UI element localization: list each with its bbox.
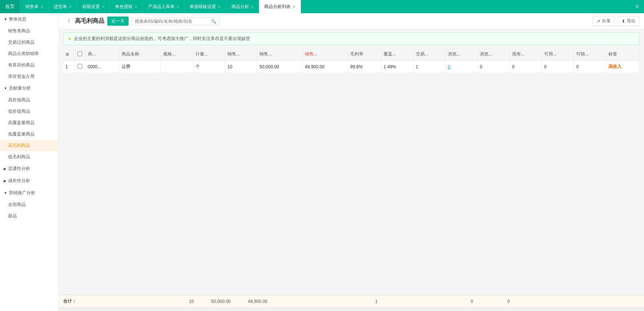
row-checkbox[interactable] (78, 64, 82, 69)
nav-roles[interactable]: 角色授权 × (110, 0, 143, 13)
col-unit: 计量... (193, 48, 225, 61)
footer-trade: 1 (348, 299, 378, 304)
cell-spec (161, 61, 193, 73)
col-checkbox[interactable] (75, 48, 85, 61)
content-header: 《 高毛利商品 近一月 🔍 ↗ 分享 ⬇ 导出 (59, 13, 644, 29)
cell-current: 0 (510, 61, 542, 73)
cell-sale-amount: 50,000.00 (257, 61, 302, 73)
footer-sale-amount: 50,000.00 (201, 299, 231, 304)
close-tab-product-analysis-list[interactable]: × (293, 4, 295, 9)
col-name: 商品名称 (119, 48, 161, 61)
sidebar-group-liquidity[interactable]: ▶ 流通性分析 (0, 163, 58, 175)
cell-usable: 0 (542, 61, 574, 73)
collapse-sidebar-button[interactable]: 《 (63, 17, 72, 26)
sidebar-item-high-margin[interactable]: 高毛利商品 (0, 140, 58, 151)
sidebar-group-growth[interactable]: ▶ 成长性分析 (0, 175, 58, 187)
nav-purchase[interactable]: 进货单 × (48, 0, 77, 13)
close-tab-sales[interactable]: × (41, 4, 43, 9)
col-view1: 浏览... (445, 48, 477, 61)
col-settings[interactable]: ⚙ (63, 48, 75, 61)
nav-home[interactable]: 首页 (0, 0, 20, 13)
cell-view1[interactable]: 0 (445, 61, 477, 73)
close-tab-product-analysis[interactable]: × (251, 4, 253, 9)
sidebar-item-low-coverage[interactable]: 低覆盖量商品 (0, 129, 58, 140)
sidebar-item-low-value[interactable]: 低价值商品 (0, 106, 58, 117)
cell-checkbox[interactable] (75, 61, 85, 73)
close-window-button[interactable]: × (630, 0, 644, 13)
export-button[interactable]: ⬇ 导出 (618, 16, 640, 26)
arrow-right-icon-2: ▶ (4, 179, 7, 183)
footer-sale-qty-val: 10 (165, 299, 194, 304)
footer-sale-profit: 49,900.00 (238, 299, 267, 304)
nav-template[interactable]: 单据模板设置 × (184, 0, 226, 13)
cell-tag: 高收入 (606, 61, 639, 73)
table-container: ⚙ 商... 商品名称 规格... 计量... 销售... 销售... 销售..… (59, 48, 644, 294)
sidebar-item-traded-goods[interactable]: 交易过的商品 (0, 37, 58, 48)
filter-recent-month-button[interactable]: 近一月 (107, 17, 129, 26)
cell-trade: 1 (413, 61, 445, 73)
col-code: 商... (85, 48, 119, 61)
search-box: 🔍 (132, 17, 220, 25)
sidebar-item-stock-capital[interactable]: 库存资金占用 (0, 71, 58, 82)
table-footer: 合计： 10 50,000.00 49,900.00 1 0 0 (59, 294, 644, 307)
arrow-down-icon-2: ▼ (4, 86, 7, 90)
sidebar-group-overall[interactable]: ▼ 整体信息 (0, 13, 58, 25)
top-navigation: 首页 销售单 × 进货单 × 权限设置 × 角色授权 × 产成品入库单 × 单据… (0, 0, 644, 13)
col-trade: 交易... (413, 48, 445, 61)
close-tab-finished-goods[interactable]: × (177, 4, 179, 9)
sidebar-item-sales-goods[interactable]: 销售类商品 (0, 25, 58, 37)
search-icon[interactable]: 🔍 (211, 19, 216, 24)
cell-coverage: 1.49% (381, 61, 413, 73)
cell-name: 运费 (119, 61, 161, 73)
arrow-down-icon-3: ▼ (4, 191, 7, 195)
arrow-right-icon: ▶ (4, 167, 7, 171)
col-sale-qty: 销售... (225, 48, 257, 61)
horizontal-scrollbar[interactable] (59, 307, 644, 311)
sidebar-item-high-coverage[interactable]: 高覆盖量商品 (0, 117, 58, 129)
cell-seq: 1 (63, 61, 75, 73)
cell-view2: 0 (478, 61, 510, 73)
footer-current: 0 (444, 299, 473, 304)
footer-label: 合计： (63, 298, 76, 304)
nav-product-analysis[interactable]: 商品分析 × (226, 0, 259, 13)
sidebar-group-marketing[interactable]: ▼ 营销推广分析 (0, 187, 58, 199)
sidebar-item-new-goods[interactable]: 新品 (0, 210, 58, 222)
close-tab-template[interactable]: × (218, 4, 220, 9)
close-tab-purchase[interactable]: × (69, 4, 71, 9)
page-title: 高毛利商品 (75, 17, 104, 25)
col-spec: 规格... (161, 48, 193, 61)
sidebar-item-all-goods[interactable]: 全部商品 (0, 199, 58, 210)
col-current: 现有... (510, 48, 542, 61)
col-coverage: 覆盖... (381, 48, 413, 61)
nav-finished-goods[interactable]: 产成品入库单 × (143, 0, 184, 13)
col-view2: 浏览... (478, 48, 510, 61)
table-header-row: ⚙ 商... 商品名称 规格... 计量... 销售... 销售... 销售..… (63, 48, 640, 61)
data-table: ⚙ 商... 商品名称 规格... 计量... 销售... 销售... 销售..… (63, 48, 640, 73)
sidebar-item-high-value[interactable]: 高价值商品 (0, 94, 58, 106)
footer-usable: 0 (481, 299, 510, 304)
search-input[interactable] (135, 19, 209, 24)
cell-unit: 个 (193, 61, 225, 73)
main-layout: ▼ 整体信息 销售类商品 交易过的商品 商品分类助销率 有库存的商品 库存资金占… (0, 13, 644, 311)
table-row: 1 0000... 运费 个 10 50,000.00 49,900.00 99… (63, 61, 640, 73)
nav-permissions[interactable]: 权限设置 × (77, 0, 110, 13)
export-icon: ⬇ (622, 19, 625, 24)
sidebar-item-in-stock[interactable]: 有库存的商品 (0, 59, 58, 71)
sidebar-group-contribution[interactable]: ▼ 贡献量分析 (0, 82, 58, 94)
col-tag: 标签 (606, 48, 639, 61)
sidebar-item-low-margin[interactable]: 低毛利商品 (0, 151, 58, 163)
sidebar: ▼ 整体信息 销售类商品 交易过的商品 商品分类助销率 有库存的商品 库存资金占… (0, 13, 59, 311)
cell-gross-margin: 99.8% (348, 61, 381, 73)
nav-sales[interactable]: 销售单 × (20, 0, 48, 13)
sidebar-item-category-assist[interactable]: 商品分类助销率 (0, 48, 58, 59)
select-all-checkbox[interactable] (78, 51, 82, 56)
nav-product-analysis-list[interactable]: 商品分析列表 × (259, 0, 301, 13)
content-area: 《 高毛利商品 近一月 🔍 ↗ 分享 ⬇ 导出 ✦ 企业的主要的利润都是这部分商… (59, 13, 644, 311)
close-tab-roles[interactable]: × (135, 4, 137, 9)
close-tab-permissions[interactable]: × (102, 4, 104, 9)
share-button[interactable]: ↗ 分享 (593, 16, 615, 26)
cell-sale-profit: 49,900.00 (302, 61, 348, 73)
col-sale-amount: 销售... (257, 48, 302, 61)
cell-code: 0000... (85, 61, 119, 73)
col-sale-profit: 销售... (302, 48, 348, 61)
